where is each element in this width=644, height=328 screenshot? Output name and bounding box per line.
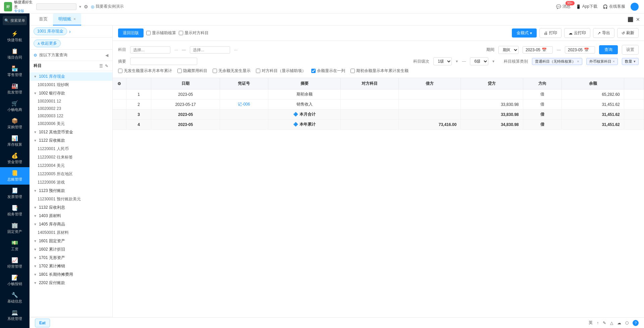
tree-item-1602[interactable]: ▼1602 累计折旧: [30, 245, 112, 254]
sidebar-item-quick-nav[interactable]: ⚡ 快捷导航: [0, 28, 30, 45]
period-end-date[interactable]: 2023-05 📅: [565, 46, 595, 54]
checkbox-no-balance-show[interactable]: 无余额无发生显示: [213, 68, 251, 74]
cloud-print-btn[interactable]: ☁ 云打印: [564, 28, 590, 38]
app-download-btn[interactable]: 📱 App下载: [576, 4, 597, 9]
sidebar-item-purchase[interactable]: 📦 采购管理: [0, 115, 30, 132]
sidebar-search-btn[interactable]: 🔍 搜索菜单: [3, 16, 27, 25]
tree-item-1701[interactable]: ▼1701 无形资产: [30, 254, 112, 262]
tree-item-10020002[interactable]: 10020002 23: [30, 105, 112, 112]
tree-item-1123[interactable]: ▼1123 预付账款: [30, 187, 112, 195]
demo-link[interactable]: ◎ 我要看实例演示: [91, 4, 124, 9]
export-btn[interactable]: ↗ 导出: [593, 28, 614, 38]
period-type-select[interactable]: 期间: [498, 46, 519, 54]
sidebar-item-ecommerce[interactable]: 🛒 小畅电商: [0, 97, 30, 115]
settings-btn[interactable]: 设置: [622, 45, 639, 55]
tree-item-10020001[interactable]: 10020001 12: [30, 97, 112, 105]
tag-quantity-dropdown[interactable]: ▾: [634, 59, 636, 64]
tag-ordinary-close[interactable]: ×: [577, 59, 579, 63]
refresh-btn[interactable]: ↺ 刷新: [617, 28, 639, 38]
sidebar-item-system[interactable]: 💻 系统管理: [0, 307, 30, 324]
show-opposite-check[interactable]: 显示对方科目: [179, 30, 209, 36]
dropdown-icon[interactable]: ▾: [79, 4, 81, 9]
subject-input[interactable]: [130, 46, 170, 54]
bottom-help-icon[interactable]: ?: [633, 320, 639, 326]
checkbox-opposite-show[interactable]: 对方科目（显示辅助项）: [256, 68, 306, 74]
user-avatar[interactable]: [631, 3, 640, 11]
bottom-cloud-icon[interactable]: ☁: [617, 321, 621, 325]
tag-quantity[interactable]: 数量 ▾: [622, 58, 639, 65]
sidebar-item-invoice[interactable]: 🧾 发票管理: [0, 185, 30, 202]
tree-item-10020003[interactable]: 10020003 122: [30, 112, 112, 120]
tag-foreign-close[interactable]: ×: [613, 59, 615, 63]
collapse-icon[interactable]: ◀: [105, 53, 108, 58]
query-btn[interactable]: 查询: [599, 45, 618, 54]
filter-more-icon2[interactable]: ···: [234, 48, 237, 52]
sidebar-item-report[interactable]: 📝 小畅报销: [0, 272, 30, 289]
panel-edit-icon[interactable]: ✎: [105, 64, 108, 68]
sidebar-item-retail[interactable]: 🏪 零售管理: [0, 63, 30, 80]
tree-item-11220005[interactable]: 11220005 所在地区: [30, 170, 112, 178]
tree-item-1601[interactable]: ▼1601 固定资产: [30, 237, 112, 245]
panel-list-icon[interactable]: ☰: [99, 64, 103, 68]
sidebar-item-operations[interactable]: 📈 经营管理: [0, 254, 30, 272]
tree-item-14050001[interactable]: 14050001 原材料: [30, 228, 112, 237]
show-auxiliary-check[interactable]: 显示辅助核算: [146, 30, 176, 36]
sidebar-item-wholesale[interactable]: 🏭 批发管理: [0, 80, 30, 97]
level-end-select[interactable]: 6级: [470, 57, 488, 65]
subject-end-input[interactable]: [190, 46, 230, 54]
tab-detail[interactable]: 明细账 ×: [53, 13, 81, 25]
sidebar-item-inventory[interactable]: 📊 库存核算: [0, 132, 30, 150]
tree-item-1132[interactable]: ▼1132 应收利息: [30, 203, 112, 212]
sidebar-item-capital[interactable]: 💰 资金管理: [0, 150, 30, 167]
checkbox-balance-one-col[interactable]: 余额显示在一列: [311, 68, 345, 74]
tree-item-2202[interactable]: ▼2202 应付账款: [30, 279, 112, 287]
tag-ordinary[interactable]: 普通科目（无特殊核算） ×: [532, 58, 582, 65]
sidebar-item-project[interactable]: 📋 项目合同: [0, 45, 30, 63]
format-btn[interactable]: 金额式 ▾: [512, 28, 537, 38]
sidebar-item-basic[interactable]: 🔧 基础信息: [0, 289, 30, 307]
print-btn[interactable]: 🖨 打印: [539, 28, 561, 38]
settings-icon[interactable]: ⚙: [84, 4, 88, 9]
tree-item-1403[interactable]: ▼1403 原材料: [30, 212, 112, 220]
tab-close-all-icon[interactable]: ✕: [636, 17, 640, 22]
tab-restore-icon[interactable]: ⬛: [628, 17, 633, 22]
sidebar-item-fixed-assets[interactable]: 🏢 固定资产: [0, 219, 30, 237]
summary-input[interactable]: [130, 58, 197, 65]
bottom-english-btn[interactable]: 英: [589, 320, 593, 326]
tree-item-1702[interactable]: ▼1702 累计摊销: [30, 262, 112, 270]
online-service-btn[interactable]: 🎧 在线客服: [603, 4, 625, 9]
eat-btn[interactable]: Eat: [35, 319, 50, 327]
period-start-date[interactable]: 2023-05 📅: [523, 46, 553, 54]
tree-item-11220001[interactable]: 11220001 人民币: [30, 145, 112, 153]
tree-item-11220002[interactable]: 11220002 往来标签: [30, 153, 112, 161]
tree-item-10020006[interactable]: 10020006 美元: [30, 120, 112, 128]
sidebar-item-cooperation[interactable]: 🤝 企业协同: [0, 324, 30, 328]
cell-voucher[interactable]: 记-006: [220, 100, 268, 110]
tab-home[interactable]: 首页: [34, 13, 53, 25]
sidebar-item-salary[interactable]: 💵 工资: [0, 237, 30, 254]
messages-btn[interactable]: 💬 消息 99+: [556, 4, 571, 9]
tree-item-11220004[interactable]: 11220004 美元: [30, 161, 112, 170]
bottom-upload-icon[interactable]: ↑: [597, 321, 599, 325]
sidebar-item-ledger[interactable]: 📒 总账管理: [0, 167, 30, 185]
tree-item-1122[interactable]: ▼1122 应收账款: [30, 136, 112, 145]
bottom-hex-icon[interactable]: ⬡: [625, 321, 629, 325]
more-btn[interactable]: ∧ 收起更多: [34, 40, 61, 47]
breadcrumb-arrow-icon[interactable]: ›: [69, 29, 71, 34]
tab-close-btn[interactable]: ×: [73, 17, 76, 21]
tree-item-1001[interactable]: ▼1001 库存现金: [30, 72, 112, 81]
col-settings[interactable]: ⚙: [113, 78, 126, 89]
tree-item-1012[interactable]: ▼1012 其他货币资金: [30, 128, 112, 136]
sidebar-item-tax[interactable]: 📑 税务管理: [0, 202, 30, 219]
title-input[interactable]: [36, 3, 76, 10]
tree-item-11220006[interactable]: 11220006 游戏: [30, 178, 112, 187]
tree-item-11230001[interactable]: 11230001 预付账款美元: [30, 195, 112, 203]
bottom-edit-icon[interactable]: ✎: [603, 321, 606, 325]
checkbox-hide-disabled[interactable]: 隐藏禁用科目: [177, 68, 207, 74]
sidebar-search[interactable]: 🔍 搜索菜单: [0, 13, 30, 28]
return-old-btn[interactable]: 退回旧版: [118, 28, 144, 38]
tree-item-1405[interactable]: ▼1405 库存商品: [30, 220, 112, 228]
checkbox-period-show[interactable]: 期初余额显示本年累计发生额: [351, 68, 409, 74]
tree-item-10010001[interactable]: 10010001 现钞啊: [30, 81, 112, 89]
filter-more-icon[interactable]: ···: [174, 48, 178, 52]
